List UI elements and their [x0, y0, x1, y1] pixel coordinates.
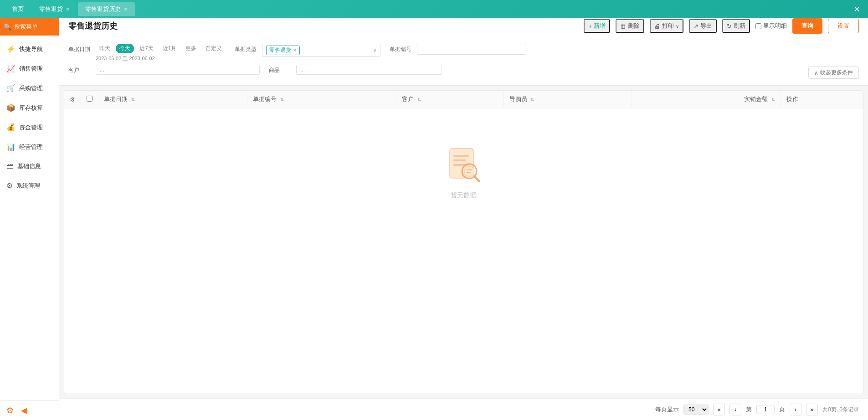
display-detail-checkbox[interactable]	[755, 23, 761, 29]
display-detail-check[interactable]: 显示明细	[755, 22, 787, 30]
doc-type-filter-block: 单据类型 零售退货 ✕ ∨	[235, 44, 380, 57]
sales-icon: 📈	[6, 64, 15, 73]
sidebar-menu: ⚡ 快捷导航 📈 销售管理 🛒 采购管理 📦 库存核算 💰 资金管理 📊	[0, 36, 59, 400]
doc-type-select[interactable]: 零售退货 ✕ ∨	[262, 44, 380, 57]
sidebar-settings-icon[interactable]: ⚙	[6, 405, 14, 415]
tab-retail-return[interactable]: 零售退货 ✕	[32, 2, 77, 16]
sidebar-item-finance[interactable]: 💰 资金管理	[0, 118, 59, 137]
sidebar-search[interactable]: 🔍 搜索菜单	[0, 18, 59, 36]
svg-rect-1	[453, 155, 469, 157]
empty-state-text: 暂无数据	[451, 191, 476, 200]
date-btn-custom[interactable]: 自定义	[202, 44, 226, 53]
last-page-button[interactable]: »	[806, 404, 818, 415]
window-close-icon[interactable]: ✕	[850, 3, 863, 15]
query-button[interactable]: 查询	[792, 18, 822, 34]
quick-nav-icon: ⚡	[6, 45, 15, 53]
page-size-select[interactable]: 50 100 200	[683, 405, 709, 415]
delete-button[interactable]: 🗑 删除	[616, 19, 644, 33]
empty-state-cell: 暂无数据	[64, 108, 863, 236]
top-bar: 首页 零售退货 ✕ 零售退货历史 ✕ ✕	[0, 0, 868, 18]
close-retail-return-history-icon[interactable]: ✕	[123, 6, 128, 12]
doc-type-label: 单据类型	[235, 44, 258, 53]
sidebar-item-inventory[interactable]: 📦 库存核算	[0, 98, 59, 118]
page-size-label: 每页显示	[655, 405, 679, 414]
th-checkbox[interactable]	[81, 91, 98, 108]
new-button[interactable]: + 新增	[584, 19, 610, 33]
th-customer-label: 客户	[402, 96, 414, 102]
date-btn-1month[interactable]: 近1月	[159, 44, 180, 53]
sidebar-item-sales-label: 销售管理	[19, 65, 43, 73]
goods-input[interactable]: ...	[296, 65, 442, 75]
doc-number-input[interactable]	[417, 44, 526, 55]
doc-number-label: 单据编号	[390, 44, 413, 53]
th-action: 操作	[781, 91, 863, 108]
tab-retail-return-history-label: 零售退货历史	[85, 5, 121, 13]
sidebar-item-system[interactable]: ⚙ 系统管理	[0, 176, 59, 195]
type-tag-label: 零售退货	[269, 46, 291, 54]
date-sort-icon[interactable]: ⇅	[131, 97, 135, 102]
refresh-button[interactable]: ↻ 刷新	[722, 19, 750, 33]
date-btn-7days[interactable]: 近7天	[136, 44, 157, 53]
svg-rect-2	[453, 159, 466, 161]
refresh-label: 刷新	[734, 22, 745, 30]
customer-input[interactable]: ...	[96, 65, 260, 75]
th-number-label: 单据编号	[253, 96, 277, 102]
close-retail-return-icon[interactable]: ✕	[66, 6, 70, 12]
print-button[interactable]: 🖨 打印 ∨	[650, 19, 683, 33]
svg-line-6	[474, 176, 479, 181]
next-page-button[interactable]: ›	[790, 404, 801, 415]
refresh-icon: ↻	[727, 23, 732, 30]
page-actions: + 新增 🗑 删除 🖨 打印 ∨ ↗ 导出	[584, 18, 859, 34]
search-icon: 🔍	[4, 23, 11, 31]
date-btn-today[interactable]: 今天	[116, 44, 134, 53]
sidebar-item-operation-label: 经营管理	[19, 143, 43, 151]
set-button[interactable]: 设置	[828, 19, 859, 33]
th-settings[interactable]: ⚙	[64, 91, 81, 108]
guide-sort-icon[interactable]: ⇅	[530, 97, 534, 102]
filter-area: 零售退货历史 + 新增 🗑 删除 🖨 打印 ∨	[59, 18, 868, 86]
sidebar-item-purchase-label: 采购管理	[19, 84, 43, 92]
page-title: 零售退货历史	[68, 20, 118, 31]
page-input-prefix: 第	[746, 405, 752, 414]
sidebar-item-finance-label: 资金管理	[19, 123, 43, 132]
date-btn-yesterday[interactable]: 昨天	[96, 44, 114, 53]
first-page-button[interactable]: «	[713, 404, 725, 415]
sidebar-collapse-icon[interactable]: ◀	[21, 405, 27, 415]
prev-page-button[interactable]: ‹	[729, 404, 741, 415]
type-select-arrow-icon: ∨	[373, 48, 376, 53]
amount-sort-icon[interactable]: ⇅	[771, 97, 775, 102]
display-detail-label: 显示明细	[763, 22, 787, 30]
date-btn-more[interactable]: 更多	[182, 44, 200, 53]
customer-sort-icon[interactable]: ⇅	[417, 97, 421, 102]
sidebar-item-quick-nav[interactable]: ⚡ 快捷导航	[0, 39, 59, 59]
collapse-filter-button[interactable]: ∧ 收起更多条件	[808, 67, 859, 79]
th-date-label: 单据日期	[104, 96, 128, 102]
empty-state-row: 暂无数据	[64, 108, 863, 236]
export-button[interactable]: ↗ 导出	[689, 19, 717, 33]
type-tag-retail-return: 零售退货 ✕	[266, 46, 300, 55]
type-tag-remove-icon[interactable]: ✕	[293, 48, 297, 53]
goods-ellipsis: ...	[300, 67, 305, 73]
sidebar-item-purchase[interactable]: 🛒 采购管理	[0, 78, 59, 98]
sidebar-item-operation[interactable]: 📊 经营管理	[0, 137, 59, 157]
tab-retail-return-history[interactable]: 零售退货历史 ✕	[78, 2, 135, 16]
total-info: 共0页, 0条记录	[822, 406, 859, 414]
filter-row-1: 单据日期 昨天 今天 近7天 近1月 更多 自定义 2023-06-02 至 2…	[68, 39, 859, 65]
tab-retail-return-label: 零售退货	[39, 5, 63, 13]
select-all-checkbox[interactable]	[87, 96, 92, 102]
doc-number-filter-block: 单据编号	[390, 44, 526, 55]
goods-label: 商品	[269, 65, 293, 74]
sidebar-item-base-info[interactable]: 🗃 基础信息	[0, 157, 59, 176]
tab-home[interactable]: 首页	[5, 2, 31, 16]
date-filter-label: 单据日期	[68, 44, 92, 53]
tab-home-label: 首页	[12, 5, 24, 13]
page-number-input[interactable]	[756, 405, 775, 414]
th-action-label: 操作	[786, 96, 798, 102]
collapse-label: 收起更多条件	[820, 69, 853, 77]
customer-ellipsis: ...	[100, 67, 104, 73]
settings-icon[interactable]: ⚙	[70, 96, 75, 103]
sidebar-item-sales[interactable]: 📈 销售管理	[0, 59, 59, 78]
number-sort-icon[interactable]: ⇅	[280, 97, 284, 102]
th-amount: 实销金额 ⇅	[632, 91, 781, 108]
table-body: 暂无数据	[64, 108, 863, 236]
